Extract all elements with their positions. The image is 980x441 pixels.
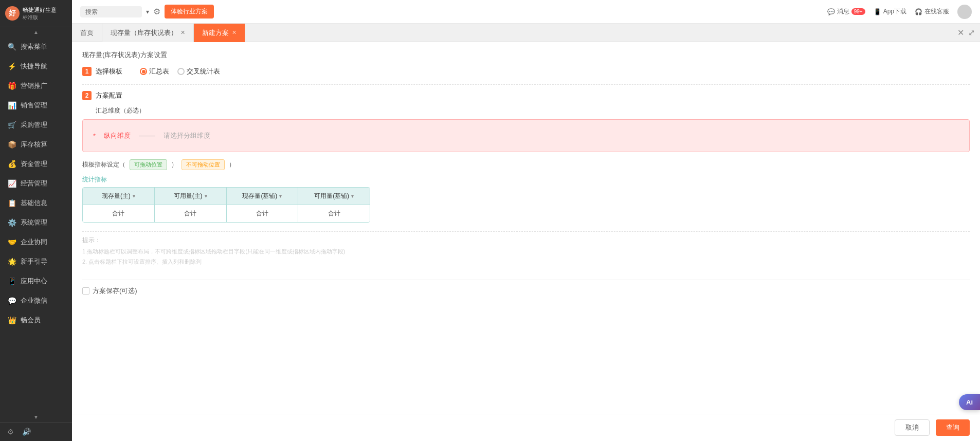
search-input[interactable] — [80, 6, 142, 17]
settings-icon[interactable]: ⚙ — [7, 428, 14, 436]
topbar-right: 💬 消息 99+ 📱 App下载 🎧 在线客服 — [827, 5, 972, 19]
stats-col-3: 可用量(基辅) ▾ 合计 — [298, 188, 370, 222]
sidebar-bottom: ⚙ 🔊 — [0, 422, 72, 441]
sidebar-item-app-center[interactable]: 📱 应用中心 — [0, 271, 72, 291]
sidebar-item-member[interactable]: 👑 畅会员 — [0, 310, 72, 330]
headset-icon: 🎧 — [915, 8, 922, 15]
indicator-close: ） — [229, 160, 235, 169]
dimension-required-star: * — [93, 132, 96, 140]
user-avatar[interactable] — [957, 5, 972, 19]
tab-new-plan-close-icon[interactable]: ✕ — [232, 29, 237, 36]
sidebar-item-purchase[interactable]: 🛒 采购管理 — [0, 115, 72, 135]
sidebar-item-finance[interactable]: 💰 资金管理 — [0, 154, 72, 174]
section1-header: 1 选择模板 汇总表 交叉统计表 — [82, 67, 970, 76]
sidebar-item-sales[interactable]: 📊 销售管理 — [0, 96, 72, 115]
stats-table-header: 现存量(主) ▾ 合计 可用量(主) ▾ 合计 — [83, 188, 370, 222]
section1-title: 选择模板 — [96, 67, 122, 76]
tips-item-1: 2. 点击标题栏下拉可设置排序、插入列和删除列 — [82, 257, 970, 267]
stats-col-2: 现存量(基辅) ▾ 合计 — [227, 188, 299, 222]
sidebar-scroll-up[interactable]: ▲ — [0, 27, 72, 37]
radio-cross-circle — [177, 68, 185, 75]
online-service-btn[interactable]: 🎧 在线客服 — [915, 7, 949, 16]
dimension-divider: —— — [139, 131, 155, 140]
topbar: ▾ ⚙ 体验行业方案 💬 消息 99+ 📱 App下载 🎧 在线客服 — [72, 0, 980, 24]
sidebar-nav: 🔍 搜索菜单 ⚡ 快捷导航 🎁 营销推广 📊 销售管理 🛒 采购管理 📦 库存核… — [0, 37, 72, 412]
message-count: 99+ — [851, 8, 865, 15]
radio-summary-label: 汇总表 — [149, 67, 169, 76]
cancel-button[interactable]: 取消 — [895, 419, 930, 436]
tab-home-label: 首页 — [80, 28, 94, 38]
app-name: 畅捷通好生意 标准版 — [23, 6, 57, 20]
ai-float-button[interactable]: Ai — [959, 394, 980, 410]
quick-nav-icon: ⚡ — [7, 62, 16, 71]
stats-col-0-body: 合计 — [83, 205, 154, 222]
save-option: 方案保存(可选) — [82, 280, 970, 296]
dimension-area[interactable]: * 纵向维度 —— 请选择分组维度 — [82, 119, 970, 152]
save-checkbox[interactable] — [82, 287, 89, 295]
tab-inventory-status[interactable]: 现存量（库存状况表） ✕ — [102, 24, 194, 42]
tab-new-plan[interactable]: 新建方案 ✕ — [194, 24, 245, 42]
basic-info-icon: 📋 — [7, 198, 16, 208]
online-service-label: 在线客服 — [924, 7, 949, 16]
sound-icon[interactable]: 🔊 — [22, 428, 31, 436]
stats-col-3-chevron[interactable]: ▾ — [351, 193, 354, 199]
system-icon: ⚙️ — [7, 218, 16, 227]
sidebar-item-basic-info[interactable]: 📋 基础信息 — [0, 193, 72, 213]
stats-col-3-body: 合计 — [298, 205, 370, 222]
query-button[interactable]: 查询 — [936, 419, 970, 436]
footer-bar: 取消 查询 — [72, 414, 980, 441]
indicator-settings: 模板指标设定（ 可拖动位置 ） 不可拖动位置 ） 统计指标 现存量(主) ▾ — [82, 159, 970, 224]
stats-col-0-header-label: 现存量(主) — [102, 192, 131, 200]
stats-col-1: 可用量(主) ▾ 合计 — [155, 188, 227, 222]
sidebar-item-wechat[interactable]: 💬 企业微信 — [0, 291, 72, 310]
tab-expand-icon[interactable]: ⤢ — [968, 28, 975, 38]
tab-inventory-label: 现存量（库存状况表） — [111, 28, 177, 38]
message-badge[interactable]: 💬 消息 99+ — [827, 7, 865, 16]
sidebar-item-marketing[interactable]: 🎁 营销推广 — [0, 76, 72, 96]
sidebar-item-search-menu[interactable]: 🔍 搜索菜单 — [0, 37, 72, 57]
template-radio-group: 汇总表 交叉统计表 — [140, 67, 220, 76]
topbar-gear-icon[interactable]: ⚙ — [153, 7, 160, 16]
app-center-icon: 📱 — [7, 277, 16, 286]
tips-item-0: 1.拖动标题栏可以调整布局，不可跨维度或指标区域拖动栏目字段(只能在同一维度或指… — [82, 247, 970, 257]
tab-bar: 首页 现存量（库存状况表） ✕ 新建方案 ✕ ✕ ⤢ — [72, 24, 980, 42]
stats-col-2-chevron[interactable]: ▾ — [279, 193, 282, 199]
section-choose-template: 1 选择模板 汇总表 交叉统计表 — [82, 67, 970, 76]
section2-number: 2 — [82, 91, 92, 100]
search-menu-icon: 🔍 — [7, 42, 16, 51]
radio-summary[interactable]: 汇总表 — [140, 67, 169, 76]
sidebar-scroll-down[interactable]: ▼ — [0, 412, 72, 422]
stats-col-2-body: 合计 — [227, 205, 298, 222]
sidebar-item-system[interactable]: ⚙️ 系统管理 — [0, 213, 72, 232]
stats-col-1-chevron[interactable]: ▾ — [205, 193, 207, 199]
sidebar-item-inventory[interactable]: 📦 库存核算 — [0, 135, 72, 154]
stats-col-0-header: 现存量(主) ▾ — [83, 188, 154, 205]
sidebar-item-quick-nav[interactable]: ⚡ 快捷导航 — [0, 57, 72, 76]
finance-icon: 💰 — [7, 159, 16, 169]
app-logo-icon: 好 — [5, 6, 20, 21]
tab-home[interactable]: 首页 — [72, 24, 102, 42]
sidebar-item-operations[interactable]: 📈 经营管理 — [0, 174, 72, 193]
radio-cross-label: 交叉统计表 — [187, 67, 220, 76]
draggable-badge: 可拖动位置 — [130, 159, 167, 170]
guide-icon: 🌟 — [7, 257, 16, 266]
section1-number: 1 — [82, 67, 92, 76]
stats-col-1-header-label: 可用量(主) — [174, 192, 203, 200]
app-download-label: App下载 — [883, 7, 906, 16]
tab-new-plan-label: 新建方案 — [202, 28, 229, 38]
tab-inventory-close-icon[interactable]: ✕ — [180, 29, 185, 36]
message-label: 消息 — [837, 7, 849, 16]
dimension-placeholder: 请选择分组维度 — [164, 131, 210, 140]
search-dropdown-icon[interactable]: ▾ — [146, 8, 149, 15]
indicator-divider: ） — [171, 160, 177, 169]
sidebar-item-contract[interactable]: 🤝 企业协同 — [0, 232, 72, 252]
app-download-btn[interactable]: 📱 App下载 — [874, 7, 906, 16]
industry-plan-button[interactable]: 体验行业方案 — [165, 5, 214, 19]
radio-cross[interactable]: 交叉统计表 — [177, 67, 220, 76]
non-draggable-badge: 不可拖动位置 — [182, 159, 225, 170]
stats-col-1-header: 可用量(主) ▾ — [155, 188, 226, 205]
sidebar-item-guide[interactable]: 🌟 新手引导 — [0, 252, 72, 271]
stats-col-0-chevron[interactable]: ▾ — [133, 193, 135, 199]
tab-close-all-icon[interactable]: ✕ — [957, 28, 964, 38]
tips-section: 提示： 1.拖动标题栏可以调整布局，不可跨维度或指标区域拖动栏目字段(只能在同一… — [82, 231, 970, 271]
